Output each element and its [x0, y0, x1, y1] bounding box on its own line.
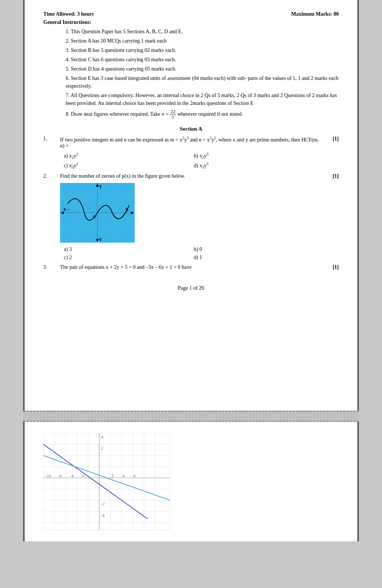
section-a-title: Section A	[43, 126, 339, 132]
q2-graph: O X X← Y Y	[60, 183, 135, 243]
svg-text:-4: -4	[70, 473, 74, 478]
svg-text:-2: -2	[81, 473, 84, 478]
svg-text:2: 2	[112, 473, 114, 478]
q2-options: a) 3 b) 0 c) 2 d) 1	[60, 246, 324, 261]
svg-text:-6: -6	[58, 473, 62, 478]
q2-marks: [1]	[324, 173, 339, 179]
svg-rect-15	[43, 433, 170, 530]
page-number: Page 1 of 20	[178, 285, 204, 291]
svg-marker-6	[96, 184, 99, 187]
svg-text:4: 4	[122, 473, 125, 478]
svg-text:-4: -4	[101, 513, 105, 517]
q1-marks: [1]	[324, 136, 339, 142]
q3-marks: [1]	[324, 264, 339, 270]
instructions-list: 1. This Question Paper has 5 Sections A,…	[43, 28, 339, 121]
page-footer: Page 1 of 20	[43, 285, 339, 291]
q1-number: 1.	[43, 136, 60, 142]
q1-options: a) x2y2 b) x2y3 c) x3y2 d) x3y3	[60, 152, 324, 169]
svg-text:6: 6	[134, 473, 136, 478]
q1-text: If two positive integers m and n can be …	[60, 137, 319, 149]
svg-text:X←: X←	[63, 207, 71, 212]
q2-option-c: c) 2	[64, 255, 194, 261]
header: Time Allowed: 3 hours Maximum Marks: 80	[43, 11, 339, 17]
q2-option-b: b) 0	[194, 246, 324, 252]
q1-option-d: d) x3y3	[194, 162, 324, 169]
q3-content: The pair of equations x + 2y + 5 = 0 and…	[60, 264, 324, 270]
q2-text: Find the number of zeroes of p(x) in the…	[60, 173, 185, 179]
svg-text:Y: Y	[99, 237, 102, 242]
page-1: Time Allowed: 3 hours Maximum Marks: 80 …	[23, 0, 359, 411]
instruction-2: 2. Section A has 20 MCQs carrying 1 mark…	[66, 37, 339, 45]
q1-option-a: a) x2y2	[64, 152, 194, 159]
page-separator	[23, 411, 359, 422]
q1-content: If two positive integers m and n can be …	[60, 136, 324, 169]
question-2: 2. Find the number of zeroes of p(x) in …	[43, 173, 339, 261]
time-allowed: Time Allowed: 3 hours	[43, 11, 94, 17]
instruction-1: 1. This Question Paper has 5 Sections A,…	[66, 28, 339, 35]
svg-marker-7	[96, 239, 99, 242]
svg-text:Y: Y	[99, 184, 102, 189]
page-2: 4 2 -2 -4 -10 -6 -4 -2 2 4 6	[23, 422, 359, 541]
q3-number: 3.	[43, 264, 60, 270]
instruction-8: 8. Draw neat figures wherever required. …	[66, 109, 339, 121]
instruction-5: 5. Section D has 4 questions carrying 05…	[66, 65, 339, 73]
q2-number: 2.	[43, 173, 60, 179]
question-1: 1. If two positive integers m and n can …	[43, 136, 339, 169]
svg-text:O: O	[93, 214, 96, 220]
question-3: 3. The pair of equations x + 2y + 5 = 0 …	[43, 264, 339, 270]
svg-text:4: 4	[101, 435, 103, 439]
svg-text:-10: -10	[46, 473, 51, 478]
instruction-3: 3. Section B has 5 questions carrying 02…	[66, 46, 339, 54]
general-instructions-label: General Instructions:	[43, 19, 339, 25]
svg-text:2: 2	[101, 446, 103, 450]
q2-option-d: d) 1	[194, 255, 324, 261]
q1-option-c: c) x3y2	[64, 162, 194, 169]
svg-text:X: X	[125, 207, 129, 212]
page2-content: 4 2 -2 -4 -10 -6 -4 -2 2 4 6	[43, 429, 339, 534]
page2-graph-svg: 4 2 -2 -4 -10 -6 -4 -2 2 4 6	[43, 433, 170, 530]
svg-marker-9	[131, 211, 134, 214]
instruction-4: 4. Section C has 6 questions carrying 03…	[66, 56, 339, 63]
max-marks: Maximum Marks: 80	[291, 11, 339, 17]
q1-option-b: b) x2y3	[194, 152, 324, 159]
svg-text:-2: -2	[101, 502, 104, 506]
instruction-7: 7. All Questions are compulsory. However…	[66, 91, 339, 107]
q2-option-a: a) 3	[64, 246, 194, 252]
q2-content: Find the number of zeroes of p(x) in the…	[60, 173, 324, 261]
q3-text: The pair of equations x + 2y + 5 = 0 and…	[60, 264, 191, 270]
instruction-6: 6. Section E has 3 case based integrated…	[66, 74, 339, 90]
q2-graph-svg: O X X← Y Y	[60, 183, 135, 243]
